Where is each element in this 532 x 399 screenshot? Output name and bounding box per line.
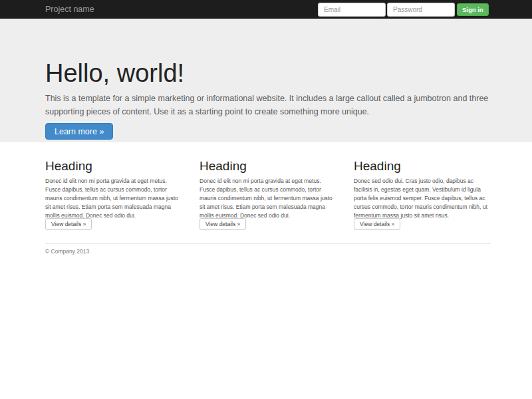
jumbotron: Hello, world! This is a template for a s… [0,19,532,142]
password-input[interactable] [387,3,455,17]
view-details-button-2[interactable]: View details » [200,218,246,230]
content-column-2: Heading Donec id elit non mi porta gravi… [200,158,338,233]
sign-in-button[interactable]: Sign in [457,3,489,16]
column-body: Donec sed odio dui. Cras justo odio, dap… [354,177,492,220]
view-details-button-3[interactable]: View details » [354,218,400,230]
navbar-brand[interactable]: Project name [45,0,94,19]
navbar: Project name Sign in [0,0,532,19]
email-input[interactable] [318,3,386,17]
footer-divider [45,243,491,244]
column-heading: Heading [45,158,184,174]
page-title: Hello, world! [45,61,184,86]
column-heading: Heading [354,158,492,174]
column-body: Donec id elit non mi porta gravida at eg… [200,177,338,220]
jumbotron-description: This is a template for a simple marketin… [45,92,492,118]
content-column-3: Heading Donec sed odio dui. Cras justo o… [354,158,492,233]
copyright-text: © Company 2013 [45,248,89,255]
content-column-1: Heading Donec id elit non mi porta gravi… [45,158,184,233]
view-details-button-1[interactable]: View details » [45,218,92,230]
page: Project name Sign in Hello, world! This … [0,0,532,399]
learn-more-button[interactable]: Learn more » [45,123,113,140]
column-heading: Heading [200,158,338,174]
column-body: Donec id elit non mi porta gravida at eg… [45,177,184,220]
content-columns: Heading Donec id elit non mi porta gravi… [45,158,497,233]
